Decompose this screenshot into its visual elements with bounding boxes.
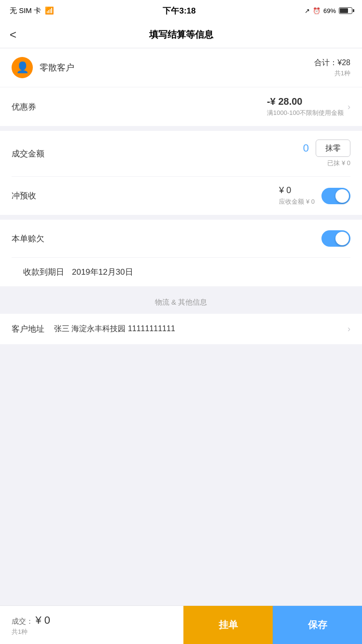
- page-title: 填写结算等信息: [149, 28, 213, 41]
- coupon-description: 满1000-100不限制使用金额: [267, 109, 344, 117]
- location-icon: ↗: [305, 7, 310, 14]
- back-button[interactable]: <: [10, 28, 16, 42]
- coupon-value-col: -¥ 28.00 满1000-100不限制使用金额: [267, 96, 344, 117]
- customer-info: 👤 零散客户: [12, 57, 74, 78]
- toggle-knob: [335, 189, 349, 203]
- carrier-label: 无 SIM 卡: [10, 6, 41, 15]
- customer-row: 👤 零散客户 合计：¥28 共1种: [0, 48, 362, 87]
- transaction-right: 0 抹零 已抹 ¥ 0: [303, 140, 350, 168]
- receivable-amount: 应收金额 ¥ 0: [279, 197, 315, 206]
- status-time: 下午3:18: [163, 5, 195, 16]
- prepayment-toggle[interactable]: [321, 188, 350, 204]
- transaction-amount-controls: 0 抹零: [303, 140, 350, 157]
- credit-toggle-knob: [335, 232, 349, 245]
- transaction-label: 成交金额: [12, 148, 44, 159]
- coupon-label: 优惠券: [12, 101, 36, 112]
- credit-label: 本单赊欠: [12, 233, 44, 244]
- round-off-button[interactable]: 抹零: [316, 140, 350, 157]
- avatar-icon: 👤: [16, 61, 29, 74]
- prepayment-value-col: ¥ 0 应收金额 ¥ 0: [279, 185, 315, 206]
- transaction-value[interactable]: 0: [303, 142, 309, 154]
- chevron-right-icon: ›: [348, 102, 350, 112]
- customer-count: 共1种: [314, 69, 350, 78]
- pending-order-button[interactable]: 挂单: [183, 606, 273, 644]
- amount-section: 成交金额 0 抹零 已抹 ¥ 0 冲预收 ¥ 0 应收金额 ¥ 0: [0, 131, 362, 215]
- prepayment-amount: ¥ 0: [279, 185, 315, 196]
- credit-row: 本单赊欠: [12, 220, 350, 257]
- footer-info: 成交： ¥ 0 共1种: [0, 614, 183, 636]
- coupon-right: -¥ 28.00 满1000-100不限制使用金额 ›: [267, 96, 350, 117]
- address-chevron-icon: ›: [348, 324, 350, 334]
- battery-icon: [339, 7, 352, 14]
- status-right: ↗ ⏰ 69%: [305, 7, 352, 14]
- battery-percent: 69%: [323, 7, 336, 14]
- nav-bar: < 填写结算等信息: [0, 21, 362, 48]
- customer-name: 零散客户: [40, 62, 74, 73]
- logistics-label: 物流 & 其他信息: [155, 298, 207, 306]
- avatar: 👤: [12, 57, 33, 78]
- footer-amount: ¥ 0: [35, 614, 50, 626]
- footer-count: 共1种: [12, 628, 172, 636]
- transaction-amount-row: 成交金额 0 抹零 已抹 ¥ 0: [12, 131, 350, 177]
- prepayment-label: 冲预收: [12, 190, 36, 201]
- coupon-discount: -¥ 28.00: [267, 96, 344, 107]
- footer-transaction-label: 成交：: [12, 617, 33, 625]
- prepayment-controls: ¥ 0 应收金额 ¥ 0: [279, 185, 350, 206]
- address-value: 张三 海淀永丰科技园 11111111111: [54, 324, 348, 334]
- address-section: 客户地址 张三 海淀永丰科技园 11111111111 ›: [0, 314, 362, 344]
- already-rounded: 已抹 ¥ 0: [327, 159, 350, 168]
- status-bar: 无 SIM 卡 📶 下午3:18 ↗ ⏰ 69%: [0, 0, 362, 21]
- address-row[interactable]: 客户地址 张三 海淀永丰科技园 11111111111 ›: [0, 314, 362, 344]
- status-left: 无 SIM 卡 📶: [10, 6, 54, 15]
- wifi-icon: 📶: [45, 6, 54, 15]
- due-date-row: 收款到期日 2019年12月30日: [12, 257, 350, 286]
- due-date-value[interactable]: 2019年12月30日: [72, 266, 133, 278]
- credit-section: 本单赊欠 收款到期日 2019年12月30日: [0, 220, 362, 286]
- logistics-divider: 物流 & 其他信息: [0, 291, 362, 314]
- footer-transaction: 成交： ¥ 0: [12, 614, 172, 627]
- address-label: 客户地址: [12, 323, 46, 335]
- credit-toggle[interactable]: [321, 230, 350, 247]
- prepayment-right: ¥ 0 应收金额 ¥ 0: [279, 185, 350, 206]
- prepayment-row: 冲预收 ¥ 0 应收金额 ¥ 0: [12, 177, 350, 215]
- coupon-row[interactable]: 优惠券 -¥ 28.00 满1000-100不限制使用金额 ›: [0, 87, 362, 126]
- due-date-label: 收款到期日: [23, 266, 64, 278]
- customer-total: 合计：¥28: [314, 58, 350, 68]
- footer: 成交： ¥ 0 共1种 挂单 保存: [0, 605, 362, 644]
- alarm-icon: ⏰: [313, 7, 320, 14]
- customer-total-info: 合计：¥28 共1种: [314, 58, 350, 78]
- customer-section: 👤 零散客户 合计：¥28 共1种 优惠券 -¥ 28.00 满1000-100…: [0, 48, 362, 126]
- save-button[interactable]: 保存: [273, 606, 362, 644]
